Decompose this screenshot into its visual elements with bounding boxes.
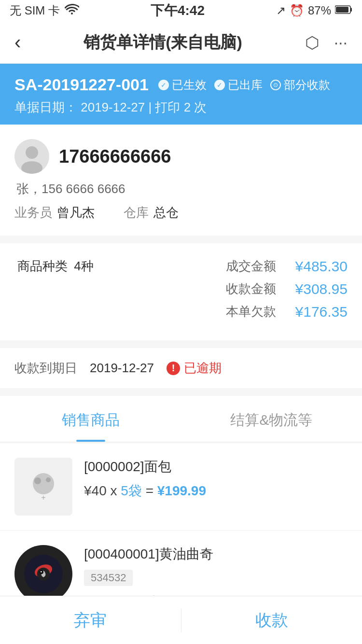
product-price-1: ¥40 x 5袋 = ¥199.99 bbox=[84, 482, 348, 500]
status-effective: ✓ 已生效 bbox=[158, 77, 207, 93]
status-bar-time: 下午4:42 bbox=[151, 1, 205, 20]
svg-point-8 bbox=[46, 477, 51, 482]
summary-right: 成交金额 ¥485.30 收款金额 ¥308.95 本单欠款 ¥176.35 bbox=[226, 258, 348, 326]
status-bar-right: ↗ ⏰ 87% bbox=[276, 4, 352, 17]
wifi-icon bbox=[65, 4, 79, 17]
order-date-row: 单据日期： 2019-12-27 | 打印 2 次 bbox=[14, 99, 348, 116]
back-button[interactable]: ‹ bbox=[14, 31, 21, 53]
debt-amount-row: 本单欠款 ¥176.35 bbox=[226, 303, 348, 320]
warehouse-label: 仓库 bbox=[124, 204, 149, 221]
location-icon: ↗ bbox=[276, 4, 286, 17]
tab-sales[interactable]: 销售商品 bbox=[0, 396, 181, 442]
status-shipped: ✓ 已出库 bbox=[214, 77, 263, 93]
battery-text: 87% bbox=[308, 4, 331, 17]
customer-meta: 业务员 曾凡杰 仓库 总仓 bbox=[14, 204, 348, 221]
sales-name: 曾凡杰 bbox=[57, 204, 95, 221]
nav-bar: ‹ 销货单详情(来自电脑) ⬡ ··· bbox=[0, 21, 362, 64]
battery-icon bbox=[335, 4, 352, 17]
received-label: 收款金额 bbox=[226, 280, 276, 297]
tabs-row: 销售商品 结算&物流等 bbox=[0, 396, 362, 442]
product-item: + [0000002]面包 ¥40 x 5袋 = ¥199.99 bbox=[0, 443, 362, 531]
tabs-section: 销售商品 结算&物流等 bbox=[0, 396, 362, 442]
status-partial-label: 部分收款 bbox=[284, 77, 330, 93]
customer-main-row: 17666666666 bbox=[14, 139, 348, 174]
clock-icon: ⊙ bbox=[270, 80, 281, 90]
svg-point-14 bbox=[41, 571, 42, 573]
nav-actions: ⬡ ··· bbox=[305, 33, 348, 52]
customer-phone: 17666666666 bbox=[59, 146, 171, 167]
svg-point-4 bbox=[26, 146, 38, 159]
carrier-text: 无 SIM 卡 bbox=[10, 3, 60, 18]
bottom-bar: 弃审 收款 bbox=[0, 596, 362, 644]
debt-amount: ¥176.35 bbox=[295, 304, 348, 320]
due-date: 2019-12-27 bbox=[90, 361, 154, 376]
price-base-1: ¥40 bbox=[84, 483, 107, 498]
svg-rect-2 bbox=[336, 7, 348, 13]
product-thumb-1: + bbox=[14, 458, 72, 516]
status-bar-left: 无 SIM 卡 bbox=[10, 3, 79, 18]
status-badges: ✓ 已生效 ✓ 已出库 ⊙ 部分收款 bbox=[158, 77, 330, 93]
print-count: | 打印 2 次 bbox=[148, 100, 207, 114]
product-thumb-2 bbox=[14, 545, 72, 603]
nav-title: 销货单详情(来自电脑) bbox=[84, 31, 242, 54]
status-bar: 无 SIM 卡 下午4:42 ↗ ⏰ 87% bbox=[0, 0, 362, 21]
warehouse-info: 仓库 总仓 bbox=[124, 204, 179, 221]
category-count: 4种 bbox=[74, 259, 93, 273]
customer-section: 17666666666 张，156 6666 6666 业务员 曾凡杰 仓库 总… bbox=[0, 125, 362, 236]
due-section: 收款到期日 2019-12-27 ! 已逾期 bbox=[0, 348, 362, 388]
summary-left: 商品种类 4种 bbox=[14, 258, 94, 279]
alarm-icon: ⏰ bbox=[290, 4, 304, 17]
customer-name-phone: 张，156 6666 6666 bbox=[14, 181, 348, 197]
received-amount-row: 收款金额 ¥308.95 bbox=[226, 280, 348, 297]
check-icon-2: ✓ bbox=[214, 80, 225, 90]
order-header-banner: SA-20191227-001 ✓ 已生效 ✓ 已出库 ⊙ 部分收款 单据日期：… bbox=[0, 64, 362, 125]
cancel-review-button[interactable]: 弃审 bbox=[0, 600, 181, 641]
total-1: ¥199.99 bbox=[157, 483, 206, 498]
date-label: 单据日期： bbox=[14, 100, 77, 114]
sales-label: 业务员 bbox=[14, 204, 52, 221]
product-name-2: [000400001]黄油曲奇 bbox=[84, 545, 348, 563]
category-label: 商品种类 bbox=[17, 259, 68, 273]
order-id-row: SA-20191227-001 ✓ 已生效 ✓ 已出库 ⊙ 部分收款 bbox=[14, 75, 348, 94]
due-label: 收款到期日 bbox=[14, 360, 77, 377]
deal-amount-row: 成交金额 ¥485.30 bbox=[226, 258, 348, 275]
product-tag-2: 534532 bbox=[84, 570, 133, 586]
check-icon: ✓ bbox=[158, 80, 169, 90]
receive-payment-button[interactable]: 收款 bbox=[181, 600, 362, 641]
deal-label: 成交金额 bbox=[226, 258, 276, 275]
status-effective-label: 已生效 bbox=[172, 77, 207, 93]
qty-1: 5袋 bbox=[121, 483, 142, 498]
avatar bbox=[14, 139, 49, 174]
svg-text:+: + bbox=[41, 493, 45, 502]
deal-amount: ¥485.30 bbox=[295, 258, 348, 275]
status-partial: ⊙ 部分收款 bbox=[270, 77, 330, 93]
summary-section: 商品种类 4种 成交金额 ¥485.30 收款金额 ¥308.95 本单欠款 ¥… bbox=[0, 243, 362, 340]
debt-label: 本单欠款 bbox=[226, 303, 276, 320]
svg-rect-1 bbox=[350, 8, 352, 12]
order-date: 2019-12-27 bbox=[81, 100, 145, 114]
overdue-badge: ! 已逾期 bbox=[167, 360, 222, 377]
share-button[interactable]: ⬡ bbox=[305, 33, 320, 52]
svg-point-7 bbox=[34, 477, 41, 484]
overdue-icon: ! bbox=[167, 362, 180, 375]
summary-row: 商品种类 4种 成交金额 ¥485.30 收款金额 ¥308.95 本单欠款 ¥… bbox=[14, 258, 348, 326]
category-item: 商品种类 4种 bbox=[14, 258, 94, 275]
overdue-text: 已逾期 bbox=[184, 360, 222, 377]
product-info-1: [0000002]面包 ¥40 x 5袋 = ¥199.99 bbox=[84, 458, 348, 500]
sales-info: 业务员 曾凡杰 bbox=[14, 204, 95, 221]
product-name-1: [0000002]面包 bbox=[84, 458, 348, 476]
received-amount: ¥308.95 bbox=[295, 281, 348, 297]
order-id: SA-20191227-001 bbox=[14, 75, 149, 94]
status-shipped-label: 已出库 bbox=[228, 77, 263, 93]
tab-billing[interactable]: 结算&物流等 bbox=[181, 396, 362, 442]
warehouse-name: 总仓 bbox=[153, 204, 179, 221]
more-button[interactable]: ··· bbox=[334, 33, 348, 52]
